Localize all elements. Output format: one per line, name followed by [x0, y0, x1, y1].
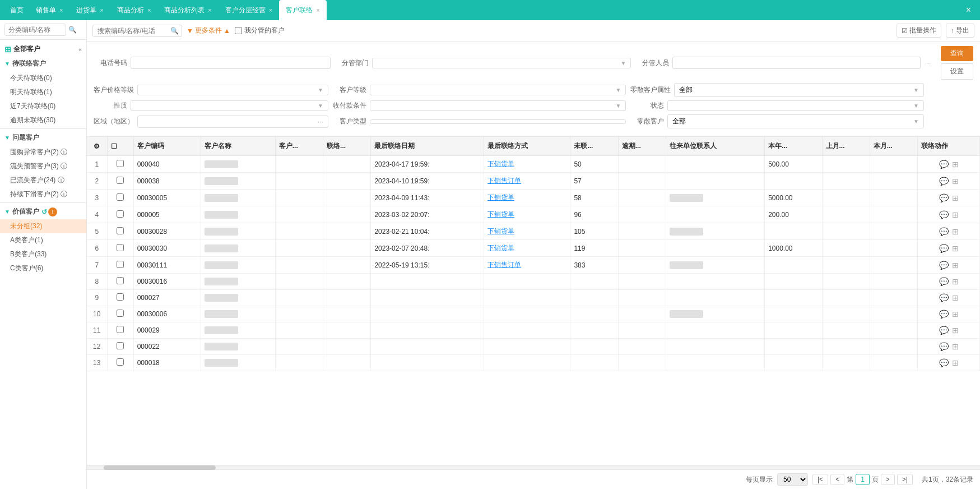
more-conditions-btn[interactable]: ▼ 更多条件 ▲: [187, 26, 230, 35]
checkbox-col-header[interactable]: ☐: [107, 137, 133, 156]
query-btn[interactable]: 查询: [941, 46, 973, 61]
status-select[interactable]: ▼: [667, 100, 924, 111]
customer-type-select[interactable]: [370, 119, 626, 124]
nav-home[interactable]: 首页: [4, 0, 29, 20]
message-action-icon[interactable]: 💬: [939, 227, 949, 236]
grid-action-icon[interactable]: ⊞: [952, 358, 959, 367]
my-customers-check[interactable]: [235, 27, 242, 34]
my-customers-checkbox[interactable]: 我分管的客户: [235, 26, 285, 35]
sidebar-search-icon[interactable]: 🔍: [68, 26, 77, 34]
sidebar-item-7days[interactable]: 近7天待联络(0): [0, 99, 86, 113]
close-customer-contact-tab-icon[interactable]: ×: [316, 7, 319, 13]
sidebar-item-overdue[interactable]: 逾期未联络(30): [0, 113, 86, 127]
nav-tab-purchase[interactable]: 进货单 ×: [69, 0, 110, 20]
sidebar-item-churned[interactable]: 已流失客户(24) ⓘ: [0, 173, 86, 187]
sidebar-item-ungroup[interactable]: 未分组(32): [0, 219, 86, 233]
close-sales-tab-icon[interactable]: ×: [59, 7, 63, 13]
row-checkbox[interactable]: [107, 355, 133, 371]
grid-action-icon[interactable]: ⊞: [952, 342, 959, 351]
reset-btn[interactable]: 设置: [941, 63, 973, 80]
sparse-attr-select[interactable]: 全部 ▼: [674, 83, 924, 97]
scrollbar-thumb[interactable]: [104, 465, 216, 470]
grid-action-icon[interactable]: ⊞: [952, 244, 959, 253]
row-checkbox[interactable]: [107, 290, 133, 306]
message-action-icon[interactable]: 💬: [939, 358, 949, 367]
last-page-btn[interactable]: >|: [897, 474, 913, 485]
row-checkbox[interactable]: [107, 240, 133, 257]
sidebar-collapse-icon[interactable]: «: [78, 46, 82, 53]
close-customer-tier-tab-icon[interactable]: ×: [269, 7, 272, 13]
row-checkbox[interactable]: [107, 306, 133, 322]
nature-select[interactable]: ▼: [131, 100, 328, 111]
contact-method-link[interactable]: 下销货单: [487, 210, 514, 218]
message-action-icon[interactable]: 💬: [939, 193, 949, 202]
region-select[interactable]: ···: [137, 116, 328, 128]
grid-action-icon[interactable]: ⊞: [952, 210, 959, 219]
nav-tab-customer-tier[interactable]: 客户分层经营 ×: [219, 0, 279, 20]
close-product-list-tab-icon[interactable]: ×: [208, 7, 211, 13]
row-checkbox[interactable]: [107, 173, 133, 190]
close-all-icon[interactable]: ×: [962, 5, 976, 15]
contact-method-link[interactable]: 下销货单: [487, 160, 514, 168]
manager-input[interactable]: [672, 57, 921, 69]
grid-action-icon[interactable]: ⊞: [952, 310, 959, 319]
sparse-customer-select[interactable]: 全部 ▼: [667, 114, 924, 128]
batch-ops-btn[interactable]: ☑ 批量操作: [897, 24, 941, 38]
sidebar-item-c-class[interactable]: C类客户(6): [0, 261, 86, 275]
next-page-btn[interactable]: >: [881, 474, 895, 485]
close-product-analysis-tab-icon[interactable]: ×: [147, 7, 151, 13]
price-grade-select[interactable]: ▼: [137, 85, 328, 95]
prev-page-btn[interactable]: <: [830, 474, 844, 485]
message-action-icon[interactable]: 💬: [939, 310, 949, 319]
message-action-icon[interactable]: 💬: [939, 210, 949, 219]
sidebar-item-tomorrow[interactable]: 明天待联络(1): [0, 85, 86, 99]
dept-select[interactable]: ▼: [372, 58, 631, 68]
row-checkbox[interactable]: [107, 206, 133, 223]
per-page-select[interactable]: 50 20 100: [777, 473, 808, 486]
sidebar-group-pending[interactable]: ▼ 待联络客户: [0, 56, 86, 71]
grid-action-icon[interactable]: ⊞: [952, 193, 959, 202]
phone-input[interactable]: [131, 57, 331, 69]
contact-method-link[interactable]: 下销货单: [487, 244, 514, 252]
sidebar-group-value[interactable]: ▼ 价值客户 ↺ !: [0, 204, 86, 219]
message-action-icon[interactable]: 💬: [939, 244, 949, 253]
contact-method-link[interactable]: 下销售订单: [487, 261, 521, 269]
sidebar-item-declining[interactable]: 持续下滑客户(2) ⓘ: [0, 187, 86, 201]
grid-action-icon[interactable]: ⊞: [952, 177, 959, 186]
refresh-icon[interactable]: ↺: [41, 208, 47, 216]
region-more-icon[interactable]: ···: [318, 118, 323, 126]
sidebar-item-a-class[interactable]: A类客户(1): [0, 233, 86, 247]
message-action-icon[interactable]: 💬: [939, 342, 949, 351]
message-action-icon[interactable]: 💬: [939, 293, 949, 302]
sidebar-search-input[interactable]: [4, 24, 66, 36]
contact-method-link[interactable]: 下销货单: [487, 193, 514, 201]
nav-tab-product-analysis[interactable]: 商品分析 ×: [110, 0, 157, 20]
nav-tab-product-list[interactable]: 商品分析列表 ×: [157, 0, 218, 20]
settings-col-header[interactable]: ⚙: [87, 137, 107, 156]
row-checkbox[interactable]: [107, 190, 133, 206]
message-action-icon[interactable]: 💬: [939, 177, 949, 186]
row-checkbox[interactable]: [107, 156, 133, 173]
grid-action-icon[interactable]: ⊞: [952, 326, 959, 335]
row-checkbox[interactable]: [107, 274, 133, 290]
grid-action-icon[interactable]: ⊞: [952, 160, 959, 169]
sidebar-item-b-class[interactable]: B类客户(33): [0, 247, 86, 261]
sidebar-item-abnormal[interactable]: 囤购异常客户(2) ⓘ: [0, 145, 86, 159]
message-action-icon[interactable]: 💬: [939, 160, 949, 169]
sidebar-group-problem[interactable]: ▼ 问题客户: [0, 130, 86, 145]
grid-action-icon[interactable]: ⊞: [952, 227, 959, 236]
message-action-icon[interactable]: 💬: [939, 277, 949, 286]
horizontal-scrollbar[interactable]: [87, 465, 980, 469]
row-checkbox[interactable]: [107, 223, 133, 240]
nav-tab-sales[interactable]: 销售单 ×: [29, 0, 69, 20]
grid-action-icon[interactable]: ⊞: [952, 277, 959, 286]
manager-more-icon[interactable]: ···: [926, 59, 932, 67]
message-action-icon[interactable]: 💬: [939, 261, 949, 270]
sidebar-item-churn-warning[interactable]: 流失预警客户(3) ⓘ: [0, 159, 86, 173]
export-btn[interactable]: ↑ 导出: [946, 24, 974, 38]
grid-action-icon[interactable]: ⊞: [952, 261, 959, 270]
payment-select[interactable]: ▼: [370, 100, 626, 111]
row-checkbox[interactable]: [107, 339, 133, 355]
search-input[interactable]: [97, 27, 170, 35]
nav-tab-customer-contact[interactable]: 客户联络 ×: [279, 0, 326, 20]
